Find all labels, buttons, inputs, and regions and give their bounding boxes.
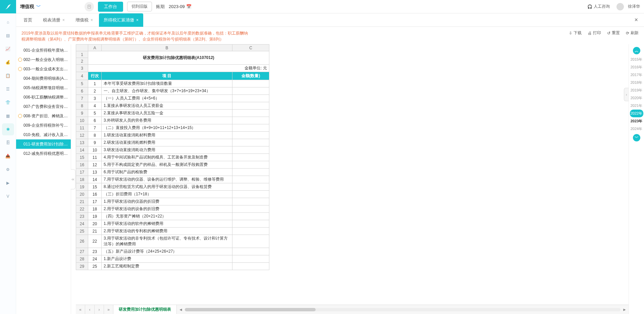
cell-item[interactable]: 5.用于不构成固定资产的样品、样机及一般测试手段购置费 [102,161,232,169]
year-button[interactable]: 2024年 [630,125,643,133]
cell-item[interactable]: 2.用于研发活动的专利权的摊销费用 [102,228,232,235]
cell-rownum[interactable]: 15 [88,183,102,191]
cell-item[interactable]: 1.用于研发活动的软件的摊销费用 [102,220,232,228]
cell-item[interactable]: （二）直接投入费用（8+9+10+11+12+13+14+15） [102,124,232,132]
cell-rownum[interactable]: 19 [88,213,102,220]
cell-rownum[interactable]: 9 [88,139,102,146]
cell-amount[interactable] [232,263,269,270]
cell-item[interactable]: 7.用于研发活动的仪器、设备的运行维护、调整、检验、维修等费用 [102,176,232,183]
col-header-a[interactable]: A [88,45,102,51]
row-header[interactable]: 7 [76,95,88,102]
cell-item[interactable]: 一、自主研发、合作研发、集中研发（3+7+16+19+23+34） [102,87,232,95]
year-button[interactable]: 2023年 [630,117,643,125]
cell-rownum[interactable]: 6 [88,117,102,124]
col-header-c[interactable]: C [232,45,269,51]
tab-home[interactable]: 首页 [19,13,37,27]
row-header[interactable]: 24 [76,220,88,228]
cell-rownum[interactable]: 25 [88,263,102,270]
year-scroll-up[interactable]: ︽ [633,47,640,54]
row-header[interactable]: 9 [76,110,88,117]
nav-archive-icon[interactable]: 🗄 [2,137,14,149]
cell-amount[interactable] [232,117,269,124]
year-button[interactable]: 2016年 [630,63,643,71]
refresh-button[interactable]: ⟳刷新 [626,30,639,36]
row-header[interactable]: 1 [76,51,88,58]
cell-amount[interactable] [232,235,269,248]
nav-shirt-icon[interactable]: 👕 [2,97,14,109]
cell-rownum[interactable]: 14 [88,176,102,183]
cell-amount[interactable] [232,102,269,110]
form-list-item[interactable]: 008-资产折旧、摊销及纳税... [16,111,71,121]
sheet-tab-first[interactable]: « [76,305,85,314]
print-button[interactable]: 🖨打印 [588,30,601,36]
sheet-corner[interactable] [76,45,88,51]
nav-inbox-icon[interactable]: 📥 [2,150,14,162]
cell-item[interactable]: 6.用于试制产品的检验费 [102,169,232,176]
cell-rownum[interactable]: 12 [88,161,102,169]
worktable-button[interactable]: 工作台 [98,2,123,12]
avatar[interactable] [616,3,624,10]
form-list-item[interactable]: 005-纳税调整项目明细表(A1... [16,83,71,92]
cell-rownum[interactable]: 17 [88,198,102,205]
nav-clipboard-icon[interactable]: 📋 [2,70,14,82]
row-header[interactable]: 28 [76,255,88,263]
nav-list-icon[interactable]: ☰ [2,83,14,95]
cell-item[interactable]: （五）新产品设计费等（24+25+26+27） [102,248,232,255]
cell-rownum[interactable]: 18 [88,205,102,213]
cell-item[interactable]: 4.用于中间试验和产品试制的模具、工艺装备开发及制造费 [102,154,232,161]
year-button[interactable]: 2021年 [630,102,643,110]
nav-home-icon[interactable]: ⌂ [2,16,14,28]
year-button[interactable]: 2018年 [630,79,643,86]
cell-item[interactable]: 2.新工艺规程制定费 [102,263,232,270]
spreadsheet[interactable]: A B C 1 研发费用加计扣除优惠明细表(A107012) 2 3 金额单位:… [76,44,269,270]
row-header[interactable]: 22 [76,205,88,213]
cell-rownum[interactable]: 10 [88,146,102,154]
cell-amount[interactable] [232,87,269,95]
cell-item[interactable]: 本年可享受研发费用加计扣除项目数量 [102,80,232,87]
cell-item[interactable]: 2.直接从事研发活动人员五险一金 [102,110,232,117]
row-header[interactable]: 14 [76,146,88,154]
horizontal-scrollbar[interactable]: ◄ ► [177,305,629,314]
row-header[interactable]: 25 [76,228,88,235]
close-icon[interactable]: × [136,18,139,22]
reset-button[interactable]: ↺重置 [607,30,620,36]
nav-v-icon[interactable]: V [2,190,14,202]
cell-amount[interactable] [232,220,269,228]
year-button[interactable]: 2015年 [630,56,643,63]
cell-rownum[interactable]: 16 [88,191,102,198]
row-header[interactable]: 2 [76,58,88,65]
sheet-tab-active[interactable]: 研发费用加计扣除优惠明细表 [113,305,177,314]
nav-calendar-icon[interactable]: ▦ [2,110,14,122]
spreadsheet-scroll[interactable]: A B C 1 研发费用加计扣除优惠明细表(A107012) 2 3 金额单位:… [76,44,629,305]
cell-item[interactable]: （四）无形资产摊销（20+21+22） [102,213,232,220]
row-header[interactable]: 18 [76,176,88,183]
cell-rownum[interactable]: 3 [88,95,102,102]
row-header[interactable]: 15 [76,154,88,161]
cell-rownum[interactable]: 21 [88,228,102,235]
cell-rownum[interactable]: 22 [88,235,102,248]
cell-amount[interactable] [232,154,269,161]
cell-rownum[interactable]: 23 [88,248,102,255]
cell-amount[interactable] [232,205,269,213]
year-button[interactable]: 2017年 [630,71,643,79]
cell-item[interactable]: 2.用于研发活动的设备的折旧费 [102,205,232,213]
row-header[interactable]: 13 [76,139,88,146]
row-header[interactable]: 26 [76,235,88,248]
nav-play-icon[interactable]: ▶ [2,177,14,189]
row-header[interactable]: 19 [76,183,88,191]
form-list-item[interactable]: 001-企业所得税年度纳税申... [16,46,71,55]
row-header[interactable]: 6 [76,87,88,95]
row-header[interactable]: 20 [76,191,88,198]
cell-amount[interactable] [232,228,269,235]
row-header[interactable]: 12 [76,132,88,139]
row-header[interactable]: 8 [76,102,88,110]
cell-item[interactable]: （三）折旧费用（17+18） [102,191,232,198]
cell-amount[interactable] [232,255,269,263]
cell-amount[interactable] [232,198,269,205]
cell-rownum[interactable]: 5 [88,110,102,117]
form-list[interactable]: 001-企业所得税年度纳税申...002-一般企业收入明细表(A...003-一… [16,44,71,314]
cell-amount[interactable] [232,176,269,183]
nav-settings-icon[interactable]: ⚙ [2,164,14,176]
cell-rownum[interactable]: 24 [88,255,102,263]
cell-amount[interactable] [232,169,269,176]
